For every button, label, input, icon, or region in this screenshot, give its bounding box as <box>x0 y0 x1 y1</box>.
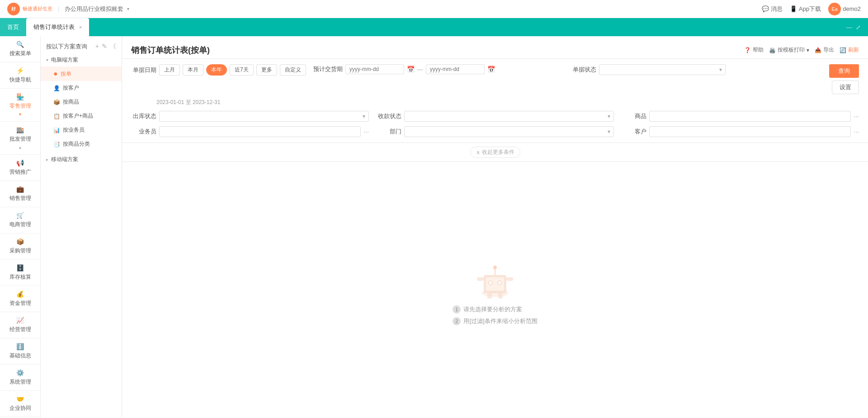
sidebar-item-system[interactable]: ⚙️ 系统管理 <box>0 365 40 391</box>
retail-icon: 🏪 <box>16 93 24 100</box>
empty-tip-1: 1 请先选择要分析的方案 <box>453 305 537 314</box>
panel-collapse-icon[interactable]: 《 <box>110 43 116 51</box>
user-area[interactable]: Ea demo2 <box>828 3 861 15</box>
this-month-btn[interactable]: 本月 <box>183 64 203 76</box>
panel-title: 按以下方案查询 <box>46 43 87 51</box>
calendar-to-icon[interactable]: 📅 <box>487 66 495 73</box>
product-more-icon[interactable]: ··· <box>854 113 859 120</box>
by-cust-prod-label: 按客户+商品 <box>63 112 93 120</box>
tab-home[interactable]: 首页 <box>0 18 26 36</box>
empty-illustration <box>472 255 518 300</box>
sidebar-search[interactable]: 🔍 搜索菜单 <box>0 36 40 62</box>
basic-icon: ℹ️ <box>16 343 24 350</box>
panel-item-by-order[interactable]: ● 按单 <box>41 66 122 81</box>
department-label: 部门 <box>376 128 401 136</box>
minimize-icon[interactable]: — <box>846 24 852 31</box>
home-tab-label: 首页 <box>7 23 19 31</box>
help-button[interactable]: ❓ 帮助 <box>744 46 764 54</box>
system-dropdown-icon[interactable]: ▾ <box>127 6 129 11</box>
export-button[interactable]: 📤 导出 <box>815 46 834 54</box>
svg-point-6 <box>498 281 501 284</box>
salesperson-input[interactable] <box>159 126 361 137</box>
message-button[interactable]: 💬 消息 <box>762 5 783 13</box>
panel-add-icon[interactable]: + <box>95 43 99 51</box>
by-salesperson-icon: 📊 <box>53 127 60 133</box>
by-order-label: 按单 <box>61 70 71 78</box>
enterprise-icon: 🤝 <box>16 395 24 403</box>
expected-date-to-input[interactable] <box>426 64 485 74</box>
customer-more-icon[interactable]: ··· <box>854 128 859 135</box>
tip-num-1: 1 <box>453 305 461 314</box>
collapse-button[interactable]: ∧ 收起更多条件 <box>470 147 520 158</box>
panel-item-by-customer-product[interactable]: 📋 按客户+商品 <box>41 109 122 123</box>
department-select[interactable] <box>404 126 614 137</box>
last-month-btn[interactable]: 上月 <box>159 64 180 76</box>
system-title: 办公用品行业模拟账套 <box>65 5 123 13</box>
sidebar-item-ecommerce[interactable]: 🛒 电商管理 <box>0 207 40 233</box>
tab-close-icon[interactable]: × <box>79 24 82 30</box>
expected-date-from-input[interactable] <box>345 64 404 74</box>
sidebar-item-basic[interactable]: ℹ️ 基础信息 <box>0 338 40 365</box>
delivery-status-label: 出库状态 <box>131 112 156 120</box>
sidebar-item-enterprise[interactable]: 🤝 企业协同 <box>0 391 40 417</box>
by-category-label: 按商品分类 <box>63 140 90 148</box>
collapse-label: 收起更多条件 <box>482 148 514 156</box>
sidebar-item-operations[interactable]: 📈 经营管理 <box>0 312 40 338</box>
custom-btn[interactable]: 自定义 <box>280 64 306 76</box>
date-label: 单据日期 <box>131 66 156 74</box>
sidebar-item-sales[interactable]: 💼 销售管理 <box>0 181 40 207</box>
tab-sales-order[interactable]: 销售订单统计表 × <box>26 18 89 36</box>
department-wrapper <box>404 126 614 137</box>
svg-rect-12 <box>498 293 503 299</box>
panel-item-by-category[interactable]: 📑 按商品分类 <box>41 137 122 151</box>
sidebar-quick-nav[interactable]: ⚡ 快捷导航 <box>0 62 40 89</box>
sidebar-basic-label: 基础信息 <box>9 352 31 360</box>
delivery-status-select[interactable] <box>159 111 369 122</box>
sidebar-marketing-label: 营销推广 <box>9 168 31 176</box>
by-product-icon: 📦 <box>53 99 60 105</box>
panel-item-by-salesperson[interactable]: 📊 按业务员 <box>41 123 122 137</box>
last-7days-btn[interactable]: 近7天 <box>230 64 254 76</box>
panel-edit-icon[interactable]: ✎ <box>102 43 107 51</box>
empty-tip-2: 2 用[过滤]条件来缩小分析范围 <box>453 317 537 325</box>
nav-tabs: 首页 销售订单统计表 × — ⤢ <box>0 18 868 36</box>
sidebar-item-purchase[interactable]: 📦 采购管理 <box>0 233 40 260</box>
calendar-from-icon[interactable]: 📅 <box>407 66 415 73</box>
sidebar-item-finance[interactable]: 💰 资金管理 <box>0 286 40 312</box>
maximize-icon[interactable]: ⤢ <box>856 24 861 31</box>
sidebar-item-inventory[interactable]: 🗄️ 库存核算 <box>0 260 40 286</box>
panel-section-desktop-title[interactable]: ▾ 电脑端方案 <box>41 53 122 66</box>
query-button[interactable]: 查询 <box>829 64 859 78</box>
quick-nav-icon: ⚡ <box>16 67 24 74</box>
print-button[interactable]: 🖨️ 按模板打印 ▾ <box>769 46 809 54</box>
app-icon: 📱 <box>790 5 797 12</box>
sidebar-enterprise-label: 企业协同 <box>9 404 31 412</box>
app-download-button[interactable]: 📱 App下载 <box>790 5 821 13</box>
customer-input[interactable] <box>649 126 851 137</box>
salesperson-more-icon[interactable]: ··· <box>363 128 369 135</box>
refresh-button[interactable]: 🔄 刷新 <box>840 46 859 54</box>
sidebar-item-wholesale[interactable]: 🏬 批发管理 ▴ <box>0 122 40 155</box>
search-icon: 🔍 <box>16 41 24 48</box>
panel-item-by-product[interactable]: 📦 按商品 <box>41 95 122 109</box>
panel-actions: + ✎ 《 <box>95 43 116 51</box>
left-panel: 按以下方案查询 + ✎ 《 ▾ 电脑端方案 ● 按单 👤 按客户 📦 按 <box>41 36 122 418</box>
top-bar-right: 💬 消息 📱 App下载 Ea demo2 <box>762 3 861 15</box>
panel-item-by-customer[interactable]: 👤 按客户 <box>41 81 122 95</box>
product-input[interactable] <box>649 111 851 122</box>
this-year-btn[interactable]: 本年 <box>206 64 227 76</box>
sidebar-quicknav-label: 快捷导航 <box>9 76 31 84</box>
section-expand-icon: ▾ <box>46 57 48 62</box>
panel-section-mobile-title[interactable]: ▸ 移动端方案 <box>41 153 122 166</box>
payment-status-select[interactable] <box>404 111 614 122</box>
sidebar-item-retail[interactable]: 🏪 零售管理 ▾ <box>0 89 40 122</box>
order-status-select[interactable] <box>599 64 726 75</box>
svg-rect-10 <box>506 277 513 281</box>
sidebar-wholesale-arrow: ▴ <box>19 145 21 150</box>
sidebar-system-label: 系统管理 <box>9 378 31 386</box>
sidebar-sales-label: 销售管理 <box>9 195 31 202</box>
more-btn[interactable]: 更多 <box>256 64 277 76</box>
sidebar-item-marketing[interactable]: 📢 营销推广 <box>0 155 40 181</box>
settings-button[interactable]: 设置 <box>832 81 859 94</box>
refresh-icon: 🔄 <box>840 47 846 53</box>
